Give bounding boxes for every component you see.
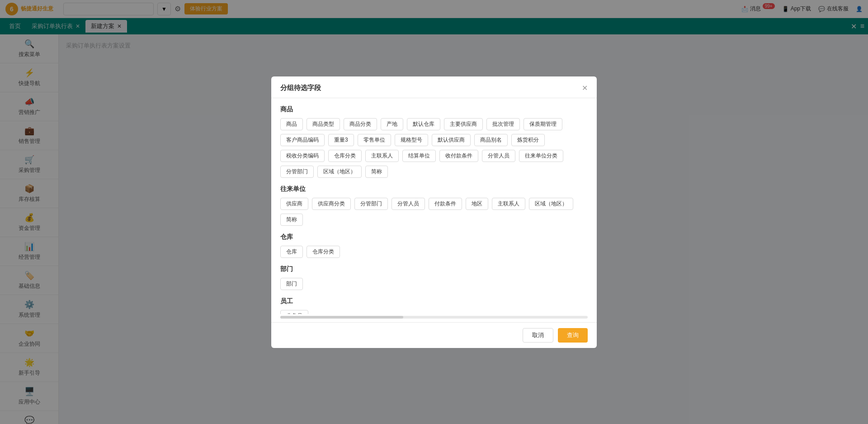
field-tag[interactable]: 供应商 bbox=[280, 198, 308, 210]
modal-overlay: 分组待选字段 ✕ 商品 商品商品类型商品分类产地默认仓库主要供应商批次管理保质期… bbox=[0, 0, 868, 424]
field-tag[interactable]: 产地 bbox=[381, 118, 403, 130]
section-partner: 往来单位 供应商供应商分类分管部门分管人员付款条件地区主联系人区域（地区）简称 bbox=[280, 185, 588, 226]
field-tag[interactable]: 分管部门 bbox=[354, 198, 388, 210]
field-tag[interactable]: 供应商分类 bbox=[312, 198, 351, 210]
field-tag[interactable]: 商品别名 bbox=[474, 134, 508, 146]
field-tag[interactable]: 结算单位 bbox=[402, 150, 436, 162]
field-tag[interactable]: 商品类型 bbox=[307, 118, 340, 130]
field-tag[interactable]: 简称 bbox=[280, 214, 303, 226]
section-department: 部门 部门 bbox=[280, 265, 588, 290]
modal-dialog: 分组待选字段 ✕ 商品 商品商品类型商品分类产地默认仓库主要供应商批次管理保质期… bbox=[271, 76, 597, 348]
modal-body: 商品 商品商品类型商品分类产地默认仓库主要供应商批次管理保质期管理客户商品编码重… bbox=[271, 98, 597, 314]
field-tag[interactable]: 仓库 bbox=[280, 246, 303, 258]
cancel-button[interactable]: 取消 bbox=[523, 328, 553, 343]
modal-close-icon[interactable]: ✕ bbox=[582, 84, 588, 92]
field-tag[interactable]: 保质期管理 bbox=[524, 118, 562, 130]
field-tag[interactable]: 区域（地区） bbox=[529, 198, 573, 210]
section-product-title: 商品 bbox=[280, 105, 588, 114]
field-tag[interactable]: 简称 bbox=[365, 166, 388, 178]
confirm-button[interactable]: 查询 bbox=[558, 328, 588, 343]
field-tag[interactable]: 规格型号 bbox=[395, 134, 428, 146]
section-partner-tags: 供应商供应商分类分管部门分管人员付款条件地区主联系人区域（地区）简称 bbox=[280, 198, 588, 226]
field-tag[interactable]: 主联系人 bbox=[365, 150, 399, 162]
section-product: 商品 商品商品类型商品分类产地默认仓库主要供应商批次管理保质期管理客户商品编码重… bbox=[280, 105, 588, 178]
field-tag[interactable]: 商品分类 bbox=[344, 118, 377, 130]
field-tag[interactable]: 分管人员 bbox=[392, 198, 425, 210]
field-tag[interactable]: 区域（地区） bbox=[317, 166, 362, 178]
modal-title: 分组待选字段 bbox=[280, 84, 321, 92]
field-tag[interactable]: 部门 bbox=[280, 278, 303, 290]
field-tag[interactable]: 付款条件 bbox=[429, 198, 462, 210]
section-employee: 员工 业务员 bbox=[280, 297, 588, 314]
modal-header: 分组待选字段 ✕ bbox=[271, 76, 597, 98]
field-tag[interactable]: 分管部门 bbox=[280, 166, 314, 178]
section-employee-tags: 业务员 bbox=[280, 310, 588, 314]
field-tag[interactable]: 默认供应商 bbox=[432, 134, 471, 146]
field-tag[interactable]: 主要供应商 bbox=[444, 118, 483, 130]
section-warehouse-title: 仓库 bbox=[280, 233, 588, 241]
modal-hscroll-container[interactable] bbox=[271, 314, 597, 322]
section-warehouse-tags: 仓库仓库分类 bbox=[280, 246, 588, 258]
field-tag[interactable]: 仓库分类 bbox=[328, 150, 362, 162]
field-tag[interactable]: 业务员 bbox=[280, 310, 308, 314]
field-tag[interactable]: 税收分类编码 bbox=[280, 150, 325, 162]
field-tag[interactable]: 分管人员 bbox=[482, 150, 515, 162]
section-product-tags: 商品商品类型商品分类产地默认仓库主要供应商批次管理保质期管理客户商品编码重量3零… bbox=[280, 118, 588, 178]
modal-hscroll-thumb[interactable] bbox=[280, 316, 403, 319]
section-department-tags: 部门 bbox=[280, 278, 588, 290]
field-tag[interactable]: 炼货积分 bbox=[511, 134, 545, 146]
section-employee-title: 员工 bbox=[280, 297, 588, 305]
section-warehouse: 仓库 仓库仓库分类 bbox=[280, 233, 588, 258]
field-tag[interactable]: 主联系人 bbox=[492, 198, 525, 210]
section-partner-title: 往来单位 bbox=[280, 185, 588, 193]
field-tag[interactable]: 客户商品编码 bbox=[280, 134, 325, 146]
field-tag[interactable]: 重量3 bbox=[328, 134, 354, 146]
field-tag[interactable]: 往来单位分类 bbox=[519, 150, 563, 162]
field-tag[interactable]: 地区 bbox=[466, 198, 488, 210]
field-tag[interactable]: 收付款条件 bbox=[439, 150, 478, 162]
field-tag[interactable]: 批次管理 bbox=[486, 118, 520, 130]
field-tag[interactable]: 仓库分类 bbox=[307, 246, 340, 258]
section-department-title: 部门 bbox=[280, 265, 588, 273]
field-tag[interactable]: 零售单位 bbox=[358, 134, 391, 146]
field-tag[interactable]: 商品 bbox=[280, 118, 303, 130]
field-tag[interactable]: 默认仓库 bbox=[407, 118, 440, 130]
modal-footer: 取消 查询 bbox=[271, 322, 597, 348]
